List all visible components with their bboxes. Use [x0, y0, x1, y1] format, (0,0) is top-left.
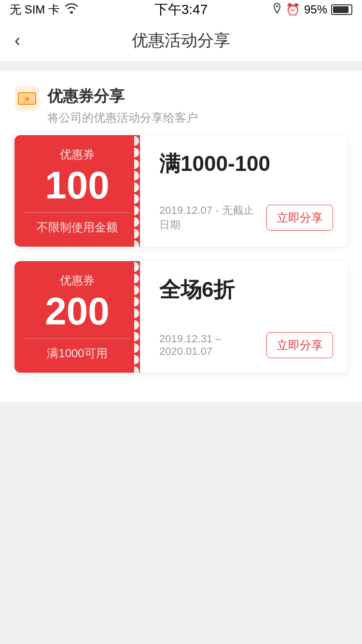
coupon-condition-2: 满1000可用 [47, 346, 107, 361]
page-title: 优惠活动分享 [132, 29, 230, 52]
status-bar: 无 SIM 卡 下午3:47 ⏰ 95% [0, 0, 362, 19]
coupon-label-1: 优惠券 [60, 147, 95, 162]
svg-point-0 [276, 5, 278, 7]
status-right: ⏰ 95% [272, 2, 352, 17]
coupon-left-1: 优惠券 100 不限制使用金额 [14, 135, 140, 247]
coupon-right-2: 全场6折 2019.12.31 – 2020.01.07 立即分享 [140, 261, 348, 373]
coupon-amount-1: 100 [45, 166, 109, 205]
share-button-1[interactable]: 立即分享 [266, 205, 333, 231]
coupon-label-2: 优惠券 [60, 273, 95, 288]
coupon-amount-2: 200 [45, 292, 109, 331]
wifi-icon [65, 3, 78, 16]
section-heading: 优惠券分享 [47, 86, 198, 107]
alarm-icon: ⏰ [286, 3, 300, 16]
back-button[interactable]: ‹ [14, 30, 20, 51]
coupon-left-2: 优惠券 200 满1000可用 [14, 261, 140, 373]
coupon-divider-2 [24, 338, 130, 339]
coupon-right-1: 满1000-100 2019.12.07 - 无截止日期 立即分享 [140, 135, 348, 247]
coupon-date-1: 2019.12.07 - 无截止日期 [159, 203, 266, 232]
coupon-list: 优惠券 100 不限制使用金额 满1000-100 2019.12.07 - 无… [0, 135, 362, 402]
coupon-title-1: 满1000-100 [159, 150, 333, 178]
coupon-date-2: 2019.12.31 – 2020.01.07 [159, 333, 266, 358]
carrier-text: 无 SIM 卡 [10, 2, 60, 17]
coupon-share-icon: ★ [14, 86, 40, 111]
coupon-title-2: 全场6折 [159, 276, 333, 304]
battery-text: 95% [304, 3, 327, 16]
nav-bar: ‹ 优惠活动分享 [0, 19, 362, 62]
coupon-card-2: 优惠券 200 满1000可用 全场6折 2019.12.31 – 2020.0… [14, 261, 348, 373]
svg-text:★: ★ [24, 95, 30, 103]
coupon-condition-1: 不限制使用金额 [37, 220, 118, 235]
section-header: ★ 优惠券分享 将公司的优惠活动分享给客户 [0, 71, 362, 135]
coupon-card-1: 优惠券 100 不限制使用金额 满1000-100 2019.12.07 - 无… [14, 135, 348, 247]
battery-icon [331, 4, 352, 15]
coupon-divider-1 [24, 212, 130, 213]
coupon-bottom-2: 2019.12.31 – 2020.01.07 立即分享 [159, 332, 333, 358]
top-divider [0, 62, 362, 71]
coupon-bottom-1: 2019.12.07 - 无截止日期 立即分享 [159, 203, 333, 232]
location-icon [272, 2, 282, 17]
section-description: 将公司的优惠活动分享给客户 [47, 110, 198, 126]
gray-background [0, 402, 362, 643]
section-text: 优惠券分享 将公司的优惠活动分享给客户 [47, 86, 198, 126]
share-button-2[interactable]: 立即分享 [266, 332, 333, 358]
status-left: 无 SIM 卡 [10, 2, 78, 17]
status-time: 下午3:47 [154, 0, 208, 19]
